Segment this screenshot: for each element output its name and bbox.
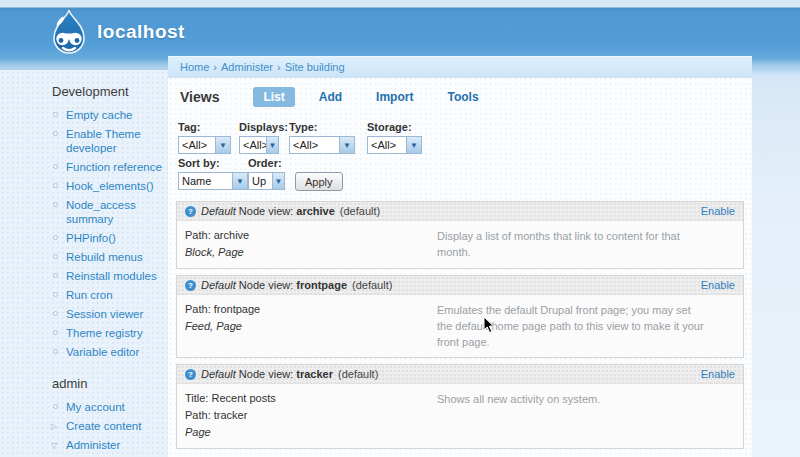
triangle-collapsed-icon[interactable]: ▷: [51, 420, 57, 434]
filters-row-2: Sort by: Name ▼ Order: Up ▼ Apply: [178, 157, 740, 191]
view-description: Display a list of months that link to co…: [437, 227, 735, 261]
order-label: Order:: [248, 157, 285, 169]
sidebar-item-reinstall-modules[interactable]: Reinstall modules: [54, 269, 162, 283]
sidebar-item-label[interactable]: Node_access summary: [66, 199, 136, 225]
help-icon[interactable]: ?: [185, 206, 196, 217]
breadcrumb-separator: ›: [213, 61, 217, 73]
view-displays: Block, Page: [185, 244, 437, 261]
sidebar-item-label[interactable]: PHPinfo(): [66, 232, 116, 244]
chevron-down-icon: ▼: [272, 173, 284, 189]
view-description: Shows all new activity on system.: [437, 390, 735, 441]
sidebar-item-hook-elements[interactable]: Hook_elements(): [54, 179, 162, 193]
circle-bullet-icon: [53, 235, 58, 240]
displays-filter-value: <All>: [240, 139, 266, 151]
sidebar-item-empty-cache[interactable]: Empty cache: [54, 108, 162, 122]
sidebar-section-admin: admin: [52, 376, 168, 391]
triangle-expanded-icon[interactable]: ▽: [51, 439, 57, 453]
chevron-down-icon: ▼: [266, 137, 278, 153]
sidebar-menu-admin: My account ▷Create content ▽Administer ▷…: [54, 400, 162, 457]
sidebar-item-label[interactable]: Session viewer: [66, 308, 143, 320]
view-name: tracker: [296, 368, 333, 380]
sidebar-item-label[interactable]: Function reference: [66, 161, 162, 173]
view-type: Default: [201, 368, 236, 380]
sidebar-item-function-reference[interactable]: Function reference: [54, 160, 162, 174]
sidebar-item-label[interactable]: Variable editor: [66, 346, 139, 358]
site-name: localhost: [97, 21, 185, 43]
sidebar-item-my-account[interactable]: My account: [54, 400, 162, 414]
circle-bullet-icon: [53, 330, 58, 335]
tab-add[interactable]: Add: [309, 87, 352, 107]
tab-tools[interactable]: Tools: [437, 87, 488, 107]
chevron-down-icon: ▼: [406, 137, 421, 153]
tab-import[interactable]: Import: [366, 87, 423, 107]
view-details: Title: Recent posts Path: tracker Page: [185, 390, 437, 441]
drupal-admin-page: localhost Development Empty cache Enable…: [0, 0, 800, 457]
tab-list[interactable]: List: [253, 87, 294, 107]
sidebar-item-theme-registry[interactable]: Theme registry: [54, 326, 162, 340]
enable-link[interactable]: Enable: [701, 279, 735, 291]
view-row-tracker: ? Default Node view: tracker (default) E…: [176, 364, 744, 449]
sidebar-item-administer[interactable]: ▽Administer ▷Content management: [54, 438, 162, 457]
circle-bullet-icon: [53, 131, 58, 136]
order-select[interactable]: Up ▼: [248, 172, 285, 190]
sidebar-item-phpinfo[interactable]: PHPinfo(): [54, 231, 162, 245]
sort-by-select[interactable]: Name ▼: [178, 172, 248, 190]
circle-bullet-icon: [53, 202, 58, 207]
view-row-header: ? Default Node view: archive (default) E…: [177, 202, 743, 221]
storage-filter-select[interactable]: <All> ▼: [367, 136, 422, 154]
circle-bullet-icon: [53, 404, 58, 409]
view-suffix: (default): [352, 279, 392, 291]
circle-bullet-icon: [53, 311, 58, 316]
circle-bullet-icon: [53, 183, 58, 188]
sidebar-item-label[interactable]: Create content: [66, 420, 141, 432]
tag-filter-value: <All>: [179, 139, 215, 151]
circle-bullet-icon: [53, 112, 58, 117]
sidebar-item-label[interactable]: Run cron: [66, 289, 113, 301]
sidebar-item-variable-editor[interactable]: Variable editor: [54, 345, 162, 359]
breadcrumb-link-site-building[interactable]: Site building: [285, 61, 345, 73]
view-type: Default: [201, 279, 236, 291]
help-icon[interactable]: ?: [185, 369, 196, 380]
view-title: Title: Recent posts: [185, 390, 437, 407]
breadcrumb-link-home[interactable]: Home: [180, 61, 209, 73]
sidebar-item-label[interactable]: Reinstall modules: [66, 270, 157, 282]
breadcrumb: Home›Administer›Site building: [168, 56, 752, 78]
circle-bullet-icon: [53, 164, 58, 169]
view-type: Default: [201, 205, 236, 217]
apply-button[interactable]: Apply: [295, 172, 343, 191]
sidebar-item-label[interactable]: Empty cache: [66, 109, 132, 121]
sidebar-item-label[interactable]: Enable Theme developer: [66, 128, 141, 154]
type-filter-label: Type:: [289, 121, 355, 133]
help-icon[interactable]: ?: [185, 280, 196, 291]
displays-filter-select[interactable]: <All> ▼: [239, 136, 279, 154]
view-name: archive: [296, 205, 335, 217]
sidebar-item-create-content[interactable]: ▷Create content: [54, 419, 162, 433]
sidebar-item-enable-theme-developer[interactable]: Enable Theme developer: [54, 127, 162, 155]
enable-link[interactable]: Enable: [701, 205, 735, 217]
tag-filter-select[interactable]: <All> ▼: [178, 136, 231, 154]
sidebar-item-run-cron[interactable]: Run cron: [54, 288, 162, 302]
view-name: frontpage: [296, 279, 347, 291]
storage-filter-label: Storage:: [367, 121, 422, 133]
sidebar-item-rebuild-menus[interactable]: Rebuild menus: [54, 250, 162, 264]
sidebar: Development Empty cache Enable Theme dev…: [0, 70, 168, 457]
sidebar-section-development: Development: [52, 84, 168, 99]
filters-row-1: Tag: <All> ▼ Displays: <All> ▼ Type:: [178, 121, 740, 154]
sidebar-item-session-viewer[interactable]: Session viewer: [54, 307, 162, 321]
view-description: Emulates the default Drupal front page; …: [437, 301, 735, 350]
sidebar-item-label[interactable]: Theme registry: [66, 327, 143, 339]
sidebar-item-label[interactable]: Rebuild menus: [66, 251, 143, 263]
enable-link[interactable]: Enable: [701, 368, 735, 380]
sidebar-item-node-access-summary[interactable]: Node_access summary: [54, 198, 162, 226]
type-filter-select[interactable]: <All> ▼: [289, 136, 355, 154]
breadcrumb-link-administer[interactable]: Administer: [221, 61, 273, 73]
sidebar-item-label[interactable]: Hook_elements(): [66, 180, 154, 192]
sidebar-item-label[interactable]: My account: [66, 401, 125, 413]
filters: Tag: <All> ▼ Displays: <All> ▼ Type:: [178, 121, 740, 191]
main-content: Home›Administer›Site building Views List…: [168, 56, 752, 457]
sidebar-item-label[interactable]: Administer: [66, 439, 120, 451]
druplicon-logo: [47, 9, 91, 56]
chevron-down-icon: ▼: [232, 173, 247, 189]
view-path: Path: tracker: [185, 407, 437, 424]
view-kind: Node view:: [239, 368, 293, 380]
